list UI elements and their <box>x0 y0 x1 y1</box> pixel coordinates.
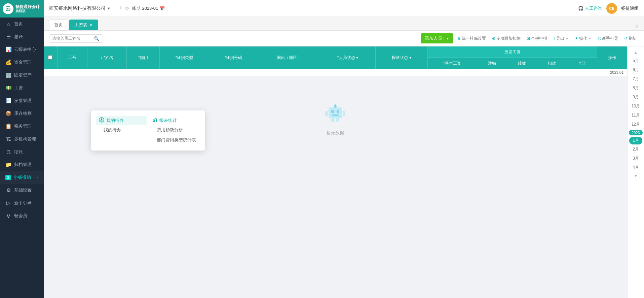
popup-report-section: 报表统计 费用趋势分析 部门费用类型统计表 <box>149 116 200 145</box>
company-name: 西安虾米网络科技有限公司 ▼ <box>49 5 111 11</box>
sidebar-item-archive[interactable]: 📁 归档管理 <box>0 158 44 171</box>
right-panel: ▲ 5月 6月 7月 8月 9月 10月 11月 12月 2023 1月 2月 … <box>627 46 644 298</box>
th-report-status: 报送状态 ▾ <box>375 46 427 69</box>
popup-report-title[interactable]: 报表统计 <box>149 116 200 125</box>
content-wrapper: 工号 ↕ *姓名 *部门 *证据类型 *证据号码 国籍（地区） *人员状态 ▾ … <box>44 46 644 298</box>
month-7[interactable]: 7月 <box>628 75 644 83</box>
search-input[interactable] <box>52 36 92 41</box>
sidebar-item-home[interactable]: ⌂ 首页 <box>0 18 44 30</box>
month-3[interactable]: 3月 <box>628 154 644 163</box>
sidebar-item-inventory[interactable]: 📦 库存核算 <box>0 107 44 120</box>
tab-salary[interactable]: 工资表 ✕ <box>69 20 98 30</box>
xiaochange-arrow: ‹ <box>37 176 38 179</box>
sidebar-item-settlement[interactable]: ⚖ 结账 <box>0 145 44 158</box>
popup-cost-trend-item[interactable]: 费用趋势分析 <box>149 125 200 135</box>
guide-icon: ▷ <box>5 200 11 206</box>
social-insurance-button[interactable]: ⊕ 统一社保设置 <box>455 34 488 43</box>
month-1-current[interactable]: 1月 <box>629 137 642 144</box>
empty-text: 暂无数据 <box>327 130 344 136</box>
guide-toolbar-icon: ◎ <box>598 36 601 41</box>
svg-rect-5 <box>335 104 336 105</box>
export-icon: ↑ <box>553 36 555 41</box>
cloud-report-icon: 📊 <box>5 46 11 53</box>
sidebar-item-invoice[interactable]: 🧾 发票管理 <box>0 94 44 107</box>
svg-rect-12 <box>153 121 154 122</box>
th-checkbox[interactable] <box>44 46 57 69</box>
social-insurance-icon: ⊕ <box>457 36 461 41</box>
special-deduct-icon: ⊕ <box>492 36 495 41</box>
svg-rect-8 <box>331 118 335 122</box>
home-icon: ⌂ <box>5 21 11 27</box>
company-dropdown-arrow[interactable]: ▼ <box>107 6 111 10</box>
topbar-settings-icon[interactable]: ⚙ <box>125 6 129 11</box>
operation-dropdown-arrow: ▼ <box>588 37 592 40</box>
search-box[interactable]: 🔍 <box>49 34 103 43</box>
tab-close-all[interactable]: ✕ <box>635 24 639 30</box>
sidebar-item-salary[interactable]: 💵 工资 <box>0 81 44 94</box>
add-company-button[interactable]: + <box>119 5 123 12</box>
popup-dept-cost-item[interactable]: 部门费用类型统计表 <box>149 135 200 145</box>
logo-icon: 云 <box>3 3 13 14</box>
month-12[interactable]: 12月 <box>628 120 644 129</box>
toolbar: 🔍 添加人员 ▼ ⊕ 统一社保设置 ⊕ 专项附加扣除 ⊠ 个税申报 ↑ 导出 <box>44 31 644 46</box>
main-area: 西安虾米网络科技有限公司 ▼ + ⚙ 账期 2023-01 📅 🎧 人工咨询 C… <box>44 0 644 298</box>
tab-home[interactable]: 首页 <box>49 20 68 30</box>
svg-rect-4 <box>334 105 337 108</box>
th-deduction: 扣款 <box>537 58 567 69</box>
add-person-button[interactable]: 添加人员 ▼ <box>421 33 453 43</box>
export-button[interactable]: ↑ 导出 ▼ <box>551 34 571 43</box>
special-deduct-button[interactable]: ⊕ 专项附加扣除 <box>490 34 523 43</box>
settings-icon: ⚙ <box>5 187 11 193</box>
multi-org-icon: 🏗 <box>5 136 11 142</box>
tax-declare-button[interactable]: ⊠ 个税申报 <box>525 34 549 43</box>
th-base-salary: *基本工资 <box>428 58 477 69</box>
sidebar-item-cloud-report[interactable]: 📊 云报表中心 <box>0 43 44 56</box>
select-all-checkbox[interactable] <box>48 55 52 60</box>
panel-nav-down[interactable]: ▼ <box>633 172 639 179</box>
month-10[interactable]: 10月 <box>628 102 644 110</box>
inventory-icon: 📦 <box>5 110 11 117</box>
service-button[interactable]: 🎧 人工咨询 <box>578 5 602 11</box>
sidebar-item-basic-settings[interactable]: ⚙ 基础设置 <box>0 184 44 197</box>
th-total: 合计 <box>567 58 597 69</box>
month-9[interactable]: 9月 <box>628 93 644 101</box>
sidebar-item-tax[interactable]: 📋 税务管理 <box>0 120 44 133</box>
th-performance: 绩效 <box>507 58 537 69</box>
sidebar-item-fixed-assets[interactable]: 🏢 固定资产 <box>0 69 44 81</box>
month-5[interactable]: 5月 <box>628 57 644 65</box>
th-job-no: 工号 <box>57 46 87 69</box>
operation-icon: ✦ <box>575 36 578 41</box>
month-2[interactable]: 2月 <box>628 145 644 154</box>
month-4[interactable]: 4月 <box>628 163 644 172</box>
svg-point-11 <box>101 119 103 120</box>
svg-rect-14 <box>156 119 157 122</box>
popup-todo-title[interactable]: 我的待办 <box>96 116 147 125</box>
popup-todo-section: 我的待办 我的待办 <box>96 116 147 145</box>
tab-close-button[interactable]: ✕ <box>89 23 93 27</box>
sidebar-item-xiaochange[interactable]: G 小畅报销 ‹ <box>0 171 44 184</box>
sidebar-item-guide[interactable]: ▷ 新手引导 <box>0 197 44 209</box>
svg-rect-3 <box>332 114 339 116</box>
popup-my-todo-item[interactable]: 我的待办 <box>96 125 147 135</box>
guide-button[interactable]: ◎ 新手引导 <box>596 34 620 43</box>
sidebar-item-ledger[interactable]: ☰ 总账 <box>0 30 44 43</box>
th-person-status: *人员状态 ▾ <box>320 46 376 69</box>
th-id-no: *证据号码 <box>209 46 258 69</box>
operation-button[interactable]: ✦ 操作 ▼ <box>573 34 594 43</box>
month-6[interactable]: 6月 <box>628 66 644 74</box>
todo-section-icon <box>99 117 104 124</box>
th-name: ↕ *姓名 <box>87 46 126 69</box>
sidebar-item-member[interactable]: V 畅会员 <box>0 209 44 222</box>
calendar-icon[interactable]: 📅 <box>159 6 165 11</box>
sidebar-item-fund[interactable]: 💰 资金管理 <box>0 56 44 69</box>
month-8[interactable]: 8月 <box>628 84 644 92</box>
archive-icon: 📁 <box>5 162 11 168</box>
th-id-type: *证据类型 <box>160 46 209 69</box>
ledger-icon: ☰ <box>5 34 11 40</box>
month-11[interactable]: 11月 <box>628 111 644 120</box>
refresh-icon: ↺ <box>624 36 628 41</box>
panel-nav-up[interactable]: ▲ <box>633 49 639 56</box>
refresh-button[interactable]: ↺ 刷新 <box>622 34 639 43</box>
xiaochange-icon: G <box>5 175 11 180</box>
sidebar-item-multi-org[interactable]: 🏗 多机构管理 <box>0 133 44 145</box>
